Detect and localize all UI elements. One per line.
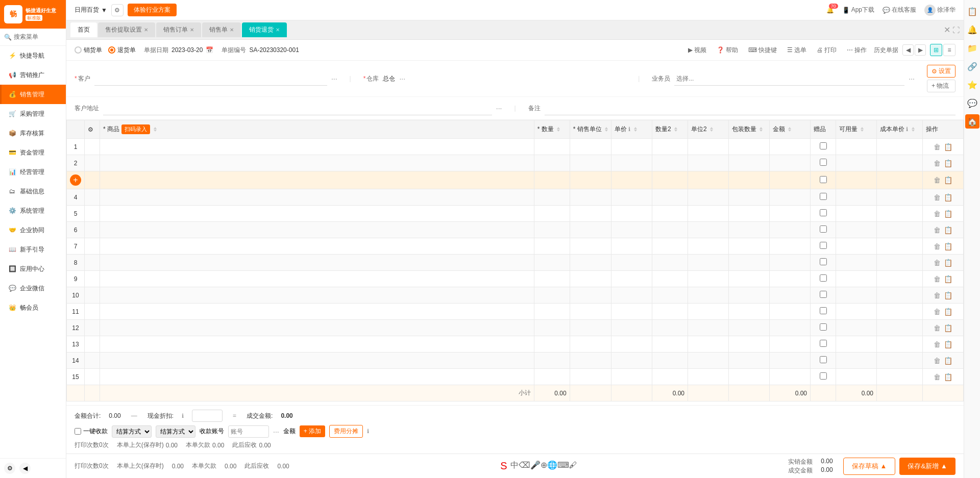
product-input-active[interactable] <box>103 174 531 186</box>
notification-button[interactable]: 🔔 70 <box>826 7 834 14</box>
unit2-cell[interactable] <box>688 155 729 171</box>
maximize-button[interactable]: ⛶ <box>952 26 960 34</box>
gift-checkbox[interactable] <box>820 225 827 233</box>
search-menu-item[interactable]: 🔍 搜索菜单 <box>0 29 66 46</box>
settings-icon[interactable]: ⚙ <box>4 463 15 474</box>
copy-row-button[interactable]: 📋 <box>944 291 952 299</box>
close-icon[interactable]: ✕ <box>276 27 280 33</box>
amount-cell[interactable] <box>770 139 811 155</box>
delete-row-button[interactable]: 🗑 <box>934 159 941 167</box>
qty-cell[interactable] <box>534 139 570 155</box>
delete-row-button[interactable]: 🗑 <box>934 210 941 218</box>
copy-row-button[interactable]: 📋 <box>944 324 952 332</box>
sidebar-item-quicknav[interactable]: ⚡ 快捷导航 <box>0 46 66 65</box>
copy-row-button[interactable]: 📋 <box>944 242 952 250</box>
gift-cell[interactable] <box>811 139 836 155</box>
app-download-button[interactable]: 📱 App下载 <box>842 6 874 14</box>
gift-checkbox[interactable] <box>820 193 827 200</box>
add-payment-button[interactable]: + 添加 <box>300 425 325 437</box>
delete-row-button[interactable]: 🗑 <box>934 193 941 202</box>
gift-checkbox[interactable] <box>820 372 827 380</box>
fee-split-info-icon[interactable]: ℹ <box>367 428 369 435</box>
table-settings-icon[interactable]: ⚙ <box>88 126 93 133</box>
amount-input[interactable] <box>773 142 807 152</box>
price-input[interactable] <box>615 142 649 152</box>
copy-row-button[interactable]: 📋 <box>944 159 952 167</box>
product-cell[interactable] <box>100 155 534 171</box>
qty2-input[interactable] <box>655 142 684 152</box>
gift-checkbox[interactable] <box>820 291 827 298</box>
radio-sale[interactable]: 销货单 <box>75 46 102 55</box>
scan-input-button[interactable]: 扫码录入 <box>121 124 150 134</box>
sidebar-item-sales[interactable]: 💰 销售管理 <box>0 85 66 104</box>
product-input[interactable] <box>103 142 531 152</box>
copy-row-button[interactable]: 📋 <box>944 226 952 234</box>
gift-cell[interactable] <box>811 155 836 171</box>
copy-row-button[interactable]: 📋 <box>944 176 952 184</box>
copy-row-button[interactable]: 📋 <box>944 340 952 348</box>
prev-record-button[interactable]: ◀ <box>902 44 914 56</box>
save-draft-button[interactable]: 保存草稿 ▲ <box>843 458 896 475</box>
collapse-icon[interactable]: ◀ <box>19 463 31 474</box>
help-button[interactable]: ❓ 帮助 <box>714 44 741 56</box>
right-panel-notes[interactable]: 📋 <box>965 4 979 18</box>
copy-row-button[interactable]: 📋 <box>944 308 952 316</box>
customer-input[interactable] <box>94 71 327 86</box>
delete-row-button[interactable]: 🗑 <box>934 176 941 184</box>
copy-row-button[interactable]: 📋 <box>944 357 952 365</box>
close-all-tabs-button[interactable]: ✕ <box>944 25 950 35</box>
cash-discount-info-icon[interactable]: ℹ <box>182 413 184 419</box>
unit2-sort-icon[interactable] <box>710 127 713 132</box>
amount-sort-icon[interactable] <box>788 127 791 132</box>
salesperson-picker-button[interactable]: ··· <box>909 74 915 83</box>
amount-cell-h[interactable] <box>770 171 811 189</box>
one-click-checkbox[interactable] <box>75 428 81 435</box>
print-button[interactable]: 🖨 打印 <box>814 44 840 56</box>
gift-cell-h[interactable] <box>811 171 836 189</box>
fee-split-button[interactable]: 费用分摊 <box>329 425 363 438</box>
copy-row-button[interactable]: 📋 <box>944 210 952 218</box>
pkg-cell-h[interactable] <box>729 171 770 189</box>
delete-row-button[interactable]: 🗑 <box>934 357 941 365</box>
qty2-sort-icon[interactable] <box>674 127 677 132</box>
add-row-button[interactable]: + <box>70 174 81 186</box>
tab-sales[interactable]: 销售单 ✕ <box>202 22 241 37</box>
right-panel-star[interactable]: ⭐ <box>965 78 979 92</box>
price-sort-icon[interactable] <box>634 127 637 132</box>
history-button[interactable]: 历史单据 <box>874 46 898 55</box>
pkg-cell[interactable] <box>729 139 770 155</box>
gift-checkbox[interactable] <box>820 142 827 149</box>
tab-sales-return[interactable]: 销货退货 ✕ <box>242 22 287 37</box>
gift-checkbox[interactable] <box>820 258 827 265</box>
radio-return[interactable]: 退货单 <box>108 46 136 55</box>
unit-input[interactable] <box>573 142 608 152</box>
account-input[interactable] <box>228 425 269 438</box>
right-panel-alert[interactable]: 🔔 <box>965 22 979 37</box>
sidebar-item-newguide[interactable]: 📖 新手引导 <box>0 240 66 259</box>
calculation-select[interactable]: 结算方式 <box>156 425 195 438</box>
close-icon[interactable]: ✕ <box>144 27 148 33</box>
delete-row-button[interactable]: 🗑 <box>934 340 941 348</box>
amount-cell[interactable] <box>770 155 811 171</box>
unit2-cell-h[interactable] <box>688 171 729 189</box>
address-picker-button[interactable]: ··· <box>496 104 502 112</box>
product-sort-icon[interactable] <box>154 127 157 132</box>
unit-cell-h[interactable] <box>570 171 611 189</box>
sidebar-item-inventory[interactable]: 📦 库存核算 <box>0 123 66 143</box>
delete-row-button[interactable]: 🗑 <box>934 275 941 283</box>
online-service-button[interactable]: 💬 在线客服 <box>883 6 916 14</box>
settlement-select[interactable]: 结算方式 <box>112 425 152 438</box>
pkg-sort-icon[interactable] <box>760 127 763 132</box>
sidebar-item-basic[interactable]: 🗂 基础信息 <box>0 182 66 201</box>
delete-row-button[interactable]: 🗑 <box>934 291 941 299</box>
qty-input[interactable] <box>537 142 567 152</box>
qty-cell[interactable] <box>534 155 570 171</box>
gift-checkbox[interactable] <box>820 159 827 166</box>
sidebar-item-system[interactable]: ⚙️ 系统管理 <box>0 201 66 220</box>
tab-price-extract[interactable]: 售价提取设置 ✕ <box>98 22 155 37</box>
grid-view-button[interactable]: ⊞ <box>930 44 942 56</box>
daily-goods-selector[interactable]: 日用百货 ▼ <box>75 6 107 14</box>
pkg-input[interactable] <box>732 142 766 152</box>
next-record-button[interactable]: ▶ <box>915 44 926 56</box>
qty2-cell-h[interactable] <box>652 171 688 189</box>
